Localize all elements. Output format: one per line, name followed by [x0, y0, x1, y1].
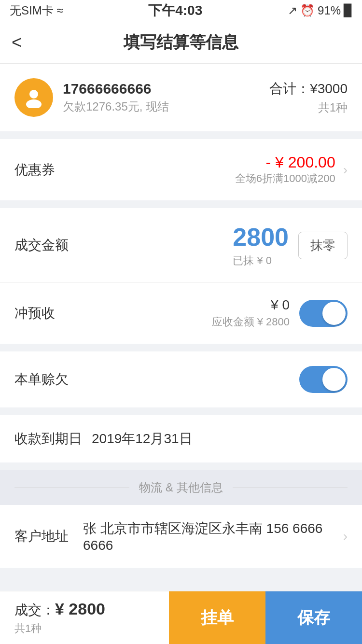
avatar — [14, 78, 53, 117]
bottom-deal-label: 成交：¥ 2800 — [14, 600, 154, 619]
chevron-right-icon: › — [343, 162, 348, 178]
deal-amount-row: 成交金额 2800 已抹 ¥ 0 抹零 — [0, 208, 362, 283]
coupon-value: - ¥ 200.00 — [235, 154, 335, 171]
coupon-right: - ¥ 200.00 全场6折满1000减200 › — [235, 154, 348, 186]
user-total: 合计：¥3000 共1种 — [269, 80, 348, 115]
duedate-label: 收款到期日 — [14, 430, 82, 448]
save-button[interactable]: 保存 — [265, 591, 362, 644]
bottom-info: 成交：¥ 2800 共1种 — [0, 600, 169, 636]
address-section[interactable]: 客户地址 张 北京市市辖区海淀区永丰南 156 6666 6666 › — [0, 505, 362, 568]
user-debt: 欠款1276.35元, 现结 — [63, 99, 169, 114]
coupon-label: 优惠券 — [14, 161, 55, 179]
debt-section: 本单赊欠 — [0, 351, 362, 407]
user-info-left: 17666666666 欠款1276.35元, 现结 — [14, 78, 169, 117]
coupon-row[interactable]: 优惠券 - ¥ 200.00 全场6折满1000减200 › — [0, 139, 362, 200]
deal-amount-sub: 已抹 ¥ 0 — [233, 253, 289, 268]
debt-toggle-thumb — [322, 368, 346, 391]
total-label: 合计： — [269, 81, 310, 96]
prepay-toggle[interactable] — [299, 300, 348, 327]
bottom-deal-amount: ¥ 2800 — [55, 600, 105, 618]
item-count: 共1种 — [269, 100, 348, 115]
bottom-bar: 成交：¥ 2800 共1种 挂单 保存 — [0, 591, 362, 644]
status-time: 下午4:03 — [148, 1, 202, 20]
coupon-sub: 全场6折满1000减200 — [235, 171, 335, 186]
toggle-thumb — [322, 302, 346, 325]
prepay-sub: 应收金额 ¥ 2800 — [212, 315, 290, 329]
hang-button[interactable]: 挂单 — [169, 591, 265, 644]
address-chevron-icon: › — [343, 529, 348, 544]
duedate-section: 收款到期日 2019年12月31日 — [0, 415, 362, 462]
status-left: 无SIM卡 ≈ — [10, 3, 63, 18]
bottom-deal-prefix: 成交： — [14, 602, 55, 617]
deal-amount-right: 2800 已抹 ¥ 0 抹零 — [233, 223, 348, 268]
user-card: 17666666666 欠款1276.35元, 现结 合计：¥3000 共1种 — [0, 64, 362, 131]
prepay-right: ¥ 0 应收金额 ¥ 2800 — [212, 297, 348, 329]
coupon-section: 优惠券 - ¥ 200.00 全场6折满1000减200 › — [0, 139, 362, 200]
status-bar: 无SIM卡 ≈ 下午4:03 ↗ ⏰ 91% ▉ — [0, 0, 362, 21]
user-phone: 17666666666 — [63, 81, 169, 97]
prepay-label: 冲预收 — [14, 304, 55, 322]
nav-bar: < 填写结算等信息 — [0, 21, 362, 64]
total-label-value: 合计：¥3000 — [269, 80, 348, 98]
address-value: 张 北京市市辖区海淀区永丰南 156 6666 6666 — [83, 519, 343, 553]
bottom-buttons: 挂单 保存 — [169, 591, 362, 644]
deal-section: 成交金额 2800 已抹 ¥ 0 抹零 冲预收 ¥ 0 应收金额 ¥ 2800 — [0, 208, 362, 344]
deal-amount-label: 成交金额 — [14, 236, 69, 254]
content-area: 17666666666 欠款1276.35元, 现结 合计：¥3000 共1种 … — [0, 64, 362, 644]
alarm-icon: ⏰ — [300, 4, 315, 17]
prepay-info: ¥ 0 应收金额 ¥ 2800 — [212, 297, 290, 329]
debt-toggle[interactable] — [299, 366, 348, 393]
address-label: 客户地址 — [14, 527, 69, 546]
divider-line-right — [233, 488, 348, 488]
duedate-value: 2019年12月31日 — [92, 430, 193, 448]
back-button[interactable]: < — [12, 32, 22, 53]
page-title: 填写结算等信息 — [124, 31, 238, 54]
prepay-row: 冲预收 ¥ 0 应收金额 ¥ 2800 — [0, 283, 362, 344]
deal-amount-value: 2800 — [233, 223, 289, 252]
divider-text: 物流 & 其他信息 — [129, 480, 232, 495]
battery-label: 91% — [318, 4, 341, 17]
svg-point-1 — [26, 99, 42, 108]
battery-icon: ▉ — [344, 4, 352, 17]
sim-label: 无SIM卡 ≈ — [10, 3, 63, 18]
divider-section: 物流 & 其他信息 — [0, 470, 362, 505]
debt-label: 本单赊欠 — [14, 370, 69, 389]
divider-line-left — [14, 488, 129, 488]
status-right: ↗ ⏰ 91% ▉ — [288, 4, 352, 17]
location-icon: ↗ — [288, 4, 297, 17]
total-value: ¥3000 — [310, 81, 348, 96]
user-details: 17666666666 欠款1276.35元, 现结 — [63, 81, 169, 114]
prepay-amount: ¥ 0 — [212, 297, 290, 313]
bottom-count: 共1种 — [14, 621, 154, 636]
round-btn[interactable]: 抹零 — [298, 232, 348, 259]
svg-point-0 — [29, 90, 38, 98]
